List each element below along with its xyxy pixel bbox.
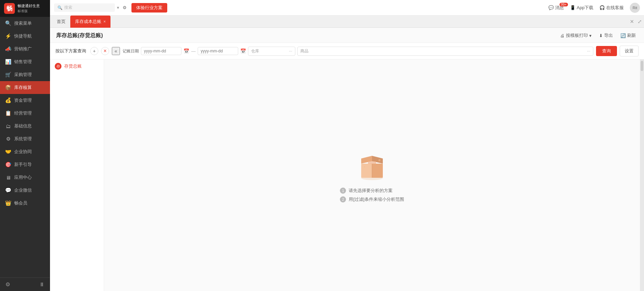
sidebar-item-quicknav[interactable]: ⚡ 快捷导航: [0, 30, 50, 43]
date-end-input[interactable]: [198, 47, 238, 55]
sidebar-label-marketing: 营销推广: [14, 46, 32, 52]
panel-close-btn[interactable]: ✕: [630, 19, 634, 25]
query-btn[interactable]: 查询: [596, 46, 617, 56]
date-field-label: 记账日期: [123, 48, 139, 54]
date-start-input[interactable]: [141, 47, 181, 55]
refresh-btn[interactable]: 🔄 刷新: [618, 31, 638, 40]
app-download-btn[interactable]: 📱 App下载: [570, 5, 593, 11]
sidebar-item-operations[interactable]: 📋 经营管理: [0, 107, 50, 120]
date-separator: —: [191, 49, 196, 54]
scheme-panel: 存 存货总账: [50, 59, 104, 291]
app-download-label: App下载: [577, 5, 593, 11]
tab-home-label: 首页: [57, 19, 66, 25]
message-btn[interactable]: 💬 消息 99+: [548, 5, 564, 11]
main-table-area: 1 请先选择要分析的方案 2 用[过滤]条件来缩小分析范围: [104, 59, 640, 291]
empty-box-svg: [355, 148, 389, 182]
user-name: Rit: [633, 6, 637, 10]
sidebar-label-member: 畅会员: [14, 200, 27, 206]
warehouse-filter[interactable]: 仓库 ···: [248, 47, 295, 56]
date-end-calendar-icon[interactable]: 📅: [240, 48, 246, 54]
svg-rect-5: [372, 164, 383, 178]
search-box[interactable]: 🔍 搜索: [54, 3, 115, 12]
tab-inventory-ledger[interactable]: 库存成本总账 ×: [70, 16, 110, 28]
page-header-actions: 🖨 按模板打印 ▾ ⬇ 导出 🔄 刷新: [558, 31, 638, 40]
search-box-icon: 🔍: [57, 5, 63, 10]
settings-footer-icon[interactable]: ⚙: [5, 281, 10, 288]
sidebar-label-collab: 企业协同: [14, 149, 32, 155]
right-strip-handle[interactable]: [641, 61, 643, 71]
sidebar-item-marketing[interactable]: 📣 营销推广: [0, 43, 50, 55]
print-label: 按模板打印: [566, 32, 588, 39]
sidebar-label-sales: 销售管理: [14, 59, 32, 65]
filter-clear-btn[interactable]: ×: [101, 47, 109, 55]
tab-home[interactable]: 首页: [52, 16, 70, 28]
tip-text-1: 请先选择要分析的方案: [349, 188, 393, 194]
panel-expand-btn[interactable]: ⤢: [638, 19, 642, 25]
sidebar-item-sales[interactable]: 📊 销售管理: [0, 55, 50, 68]
scheme-item-inventory-ledger[interactable]: 存 存货总账: [50, 59, 104, 73]
main-area: 🔍 搜索 ▾ ⚙ 体验行业方案 💬 消息 99+ 📱 App下载 🎧 在线客服 …: [50, 0, 644, 291]
sidebar-item-search[interactable]: 🔍 搜索菜单: [0, 17, 50, 30]
sidebar-label-operations: 经营管理: [14, 110, 32, 116]
purchase-icon: 🛒: [5, 72, 11, 78]
sidebar-menu: 🔍 搜索菜单 ⚡ 快捷导航 📣 营销推广 📊 销售管理 🛒 采购管理 📦 库存核…: [0, 17, 50, 277]
tip-num-1: 1: [340, 188, 346, 194]
empty-illustration: [355, 148, 389, 182]
basicinfo-icon: 🗂: [5, 123, 11, 129]
sales-icon: 📊: [5, 59, 11, 65]
sidebar-label-purchase: 采购管理: [14, 72, 32, 78]
sidebar-item-guide[interactable]: 🎯 新手引导: [0, 158, 50, 171]
sidebar-item-system[interactable]: ⚙ 系统管理: [0, 132, 50, 145]
sidebar-item-wechat[interactable]: 💬 企业微信: [0, 184, 50, 197]
sidebar-item-funds[interactable]: 💰 资金管理: [0, 94, 50, 107]
svg-point-8: [378, 159, 380, 161]
sidebar-item-basicinfo[interactable]: 🗂 基础信息: [0, 120, 50, 132]
content-area: 存 存货总账: [50, 59, 644, 291]
settings-btn[interactable]: 设置: [620, 46, 639, 56]
industry-btn[interactable]: 体验行业方案: [131, 3, 167, 13]
funds-icon: 💰: [5, 97, 11, 103]
panel-close-area: ✕ ⤢: [630, 19, 642, 25]
tab-close-icon[interactable]: ×: [103, 19, 106, 24]
print-btn[interactable]: 🖨 按模板打印 ▾: [558, 31, 594, 40]
topbar: 🔍 搜索 ▾ ⚙ 体验行业方案 💬 消息 99+ 📱 App下载 🎧 在线客服 …: [50, 0, 644, 16]
sidebar-item-purchase[interactable]: 🛒 采购管理: [0, 68, 50, 81]
online-service-btn[interactable]: 🎧 在线客服: [599, 5, 624, 11]
sidebar-label-funds: 资金管理: [14, 97, 32, 103]
online-service-icon: 🎧: [599, 5, 605, 10]
user-avatar[interactable]: Rit: [630, 3, 640, 13]
app-sub: 标准版: [18, 9, 40, 14]
search-chevron-icon[interactable]: ▾: [117, 5, 119, 10]
topbar-gear-icon[interactable]: ⚙: [123, 5, 127, 10]
sidebar-label-wechat: 企业微信: [14, 187, 32, 193]
refresh-label: 刷新: [627, 32, 636, 39]
scheme-label-inventory: 存货总账: [64, 63, 82, 69]
tabs-bar: 首页 库存成本总账 × ✕ ⤢: [50, 16, 644, 28]
export-btn[interactable]: ⬇ 导出: [597, 31, 615, 40]
filter-group: 记账日期 📅 — 📅 仓库 ··· 商品 ···: [123, 47, 593, 56]
sidebar-item-collab[interactable]: 🤝 企业协同: [0, 145, 50, 158]
sound-footer-icon[interactable]: ⏸: [39, 282, 45, 288]
sidebar-item-inventory[interactable]: 📦 库存核算: [0, 81, 50, 94]
empty-tips: 1 请先选择要分析的方案 2 用[过滤]条件来缩小分析范围: [340, 188, 404, 202]
apps-icon: 🖥: [5, 175, 11, 180]
export-label: 导出: [604, 32, 613, 39]
filter-bar: 按以下方案查询 + × « 记账日期 📅 — 📅 仓库 ··· 商品 ···: [50, 43, 644, 59]
message-icon: 💬: [548, 5, 554, 10]
search-box-placeholder: 搜索: [64, 5, 72, 10]
collab-icon: 🤝: [5, 149, 11, 155]
filter-collapse-btn[interactable]: «: [112, 47, 120, 55]
warehouse-more-icon: ···: [289, 49, 292, 53]
logo-icon: 畅: [4, 3, 15, 14]
system-icon: ⚙: [5, 136, 11, 142]
sidebar-item-member[interactable]: 👑 畅会员: [0, 197, 50, 210]
right-strip: [640, 59, 644, 291]
sidebar-label-quicknav: 快捷导航: [14, 33, 32, 39]
sidebar-label-guide: 新手引导: [14, 162, 32, 168]
date-start-calendar-icon[interactable]: 📅: [183, 48, 189, 54]
message-badge: 99+: [560, 3, 568, 6]
product-filter[interactable]: 商品 ···: [297, 47, 593, 56]
filter-add-btn[interactable]: +: [90, 47, 98, 55]
tip-text-2: 用[过滤]条件来缩小分析范围: [349, 196, 404, 202]
sidebar-item-apps[interactable]: 🖥 应用中心: [0, 171, 50, 184]
